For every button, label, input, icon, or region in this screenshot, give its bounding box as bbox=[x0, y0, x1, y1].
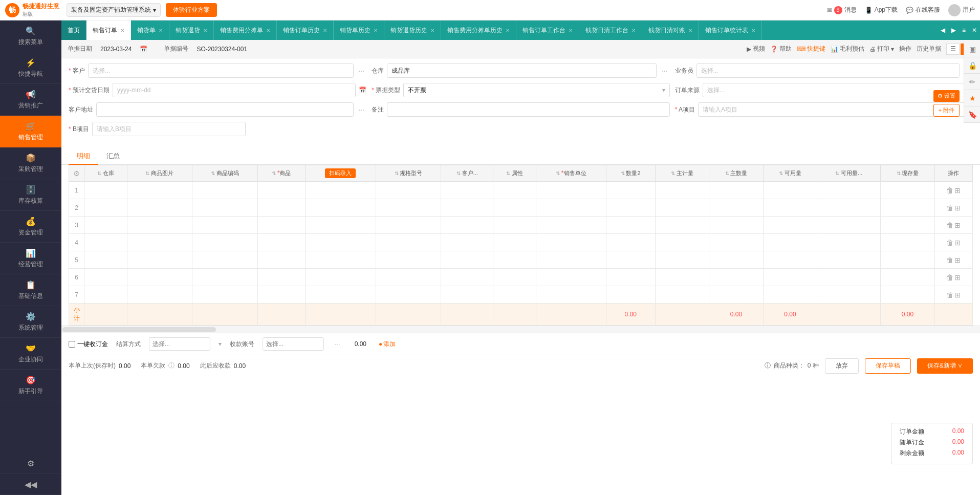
tab-sales-return[interactable]: 销货单✕ bbox=[131, 20, 169, 40]
cell-warehouse-5[interactable] bbox=[84, 251, 127, 269]
profit-btn[interactable]: 📊 毛利预估 bbox=[831, 45, 864, 53]
cell-main-qty-3[interactable] bbox=[709, 217, 764, 234]
cell-customer-code-5[interactable] bbox=[441, 251, 493, 269]
sidebar-item-collapse[interactable]: ◀◀ bbox=[0, 474, 61, 495]
cell-spec-7[interactable] bbox=[376, 286, 441, 304]
cell-sales-unit-2[interactable] bbox=[536, 199, 606, 217]
invoice-type-dropdown[interactable]: 不开票 ▾ bbox=[403, 83, 669, 97]
tab-close-sales-order[interactable]: ✕ bbox=[120, 28, 124, 33]
sidebar-item-basic-info[interactable]: 📋 基础信息 bbox=[0, 274, 61, 306]
cell-product-code-2[interactable] bbox=[192, 199, 258, 217]
cell-product-code-4[interactable] bbox=[192, 234, 258, 251]
tab-sales-order[interactable]: 销售订单✕ bbox=[86, 20, 131, 40]
row-copy-btn-1[interactable]: ⊞ bbox=[954, 186, 961, 195]
account-ellipsis-btn[interactable]: ··· bbox=[332, 340, 342, 348]
tab-sales-order-history[interactable]: 销售订单历史✕ bbox=[277, 20, 334, 40]
cell-available2-1[interactable] bbox=[817, 182, 881, 199]
row-copy-btn-3[interactable]: ⊞ bbox=[954, 221, 961, 229]
tab-sales-return-history[interactable]: 销货单历史✕ bbox=[334, 20, 384, 40]
cell-available-6[interactable] bbox=[763, 269, 817, 286]
discard-btn[interactable]: 放弃 bbox=[825, 358, 859, 374]
cell-warehouse-4[interactable] bbox=[84, 234, 127, 251]
cell-customer-code-7[interactable] bbox=[441, 286, 493, 304]
cell-attributes-7[interactable] bbox=[493, 286, 536, 304]
sidebar-item-sales-mgmt[interactable]: 🛒 销售管理 bbox=[0, 116, 61, 147]
salesperson-input[interactable] bbox=[696, 63, 960, 78]
cell-warehouse-2[interactable] bbox=[84, 199, 127, 217]
cell-attributes-2[interactable] bbox=[493, 199, 536, 217]
th-scan[interactable]: 扫码录入 bbox=[305, 165, 376, 182]
cell-product-img-5[interactable] bbox=[127, 251, 192, 269]
sidebar-item-system-mgmt[interactable]: ⚙️ 系统管理 bbox=[0, 306, 61, 338]
sidebar-item-finance[interactable]: 💰 资金管理 bbox=[0, 211, 61, 243]
customer-ellipsis-btn[interactable]: ··· bbox=[357, 67, 367, 75]
one-click-checkbox[interactable] bbox=[69, 341, 75, 348]
delivery-date-input[interactable] bbox=[113, 83, 356, 97]
cell-available-5[interactable] bbox=[763, 251, 817, 269]
col-settings-icon[interactable]: ⚙ bbox=[73, 169, 80, 178]
scan-btn[interactable]: 扫码录入 bbox=[325, 168, 356, 178]
cell-customer-code-1[interactable] bbox=[441, 182, 493, 199]
cell-qty2-3[interactable] bbox=[606, 217, 655, 234]
cell-spec-4[interactable] bbox=[376, 234, 441, 251]
cell-customer-code-3[interactable] bbox=[441, 217, 493, 234]
help-btn[interactable]: ❓ 帮助 bbox=[770, 45, 792, 53]
cell-product-img-2[interactable] bbox=[127, 199, 192, 217]
attach-action-btn[interactable]: + 附件 bbox=[933, 104, 960, 117]
cell-current-stock-6[interactable] bbox=[881, 269, 935, 286]
cell-main-unit-6[interactable] bbox=[655, 269, 709, 286]
tab-close-sales-order-history[interactable]: ✕ bbox=[323, 28, 327, 33]
cell-available2-3[interactable] bbox=[817, 217, 881, 234]
add-btn[interactable]: ● 添加 bbox=[379, 340, 396, 349]
tab-sales-refund-history[interactable]: 销货退货历史✕ bbox=[384, 20, 441, 40]
row-delete-btn-5[interactable]: 🗑 bbox=[946, 256, 953, 264]
cell-product-6[interactable] bbox=[257, 269, 305, 286]
tab-sales-refund[interactable]: 销货退货✕ bbox=[169, 20, 214, 40]
sidebar-item-search[interactable]: 🔍 搜索菜单 bbox=[0, 20, 61, 52]
cell-available2-2[interactable] bbox=[817, 199, 881, 217]
cell-main-unit-1[interactable] bbox=[655, 182, 709, 199]
cell-product-2[interactable] bbox=[257, 199, 305, 217]
panel-icon-5[interactable]: 🔖 bbox=[964, 106, 980, 123]
cell-current-stock-1[interactable] bbox=[881, 182, 935, 199]
cell-main-qty-1[interactable] bbox=[709, 182, 764, 199]
cell-product-3[interactable] bbox=[257, 217, 305, 234]
cell-scan-5[interactable] bbox=[305, 251, 376, 269]
cell-main-unit-5[interactable] bbox=[655, 251, 709, 269]
row-copy-btn-5[interactable]: ⊞ bbox=[954, 256, 961, 264]
industry-btn[interactable]: 体验行业方案 bbox=[166, 3, 217, 17]
operation-btn[interactable]: 操作 bbox=[899, 45, 911, 53]
cell-product-code-6[interactable] bbox=[192, 269, 258, 286]
cell-product-code-1[interactable] bbox=[192, 182, 258, 199]
cell-sales-unit-1[interactable] bbox=[536, 182, 606, 199]
row-delete-btn-6[interactable]: 🗑 bbox=[946, 273, 953, 282]
cell-main-qty-7[interactable] bbox=[709, 286, 764, 304]
print-btn[interactable]: 🖨 打印 ▾ bbox=[869, 45, 894, 53]
tab-close-sales-expense-history[interactable]: ✕ bbox=[506, 28, 510, 33]
cell-current-stock-4[interactable] bbox=[881, 234, 935, 251]
cell-main-unit-3[interactable] bbox=[655, 217, 709, 234]
save-draft-btn[interactable]: 保存草稿 bbox=[865, 358, 911, 374]
cell-qty2-4[interactable] bbox=[606, 234, 655, 251]
cell-current-stock-5[interactable] bbox=[881, 251, 935, 269]
cell-sales-unit-7[interactable] bbox=[536, 286, 606, 304]
sidebar-item-operations[interactable]: 📊 经营管理 bbox=[0, 243, 61, 274]
cell-scan-2[interactable] bbox=[305, 199, 376, 217]
cell-product-img-1[interactable] bbox=[127, 182, 192, 199]
cell-main-unit-7[interactable] bbox=[655, 286, 709, 304]
cell-available-3[interactable] bbox=[763, 217, 817, 234]
tab-cash-reconcile[interactable]: 钱货日清对账✕ bbox=[642, 20, 699, 40]
panel-icon-1[interactable]: ▣ bbox=[964, 41, 980, 57]
cell-scan-7[interactable] bbox=[305, 286, 376, 304]
scroll-thumb[interactable] bbox=[62, 327, 216, 332]
cell-attributes-6[interactable] bbox=[493, 269, 536, 286]
view-btn[interactable]: ▶ 视频 bbox=[747, 45, 765, 53]
settlement-input[interactable] bbox=[149, 337, 210, 351]
cell-product-code-3[interactable] bbox=[192, 217, 258, 234]
tab-close-cash-reconcile[interactable]: ✕ bbox=[688, 28, 692, 33]
cell-customer-code-6[interactable] bbox=[441, 269, 493, 286]
cell-spec-6[interactable] bbox=[376, 269, 441, 286]
cell-current-stock-2[interactable] bbox=[881, 199, 935, 217]
sidebar-item-marketing[interactable]: 📢 营销推广 bbox=[0, 84, 61, 116]
cell-qty2-7[interactable] bbox=[606, 286, 655, 304]
